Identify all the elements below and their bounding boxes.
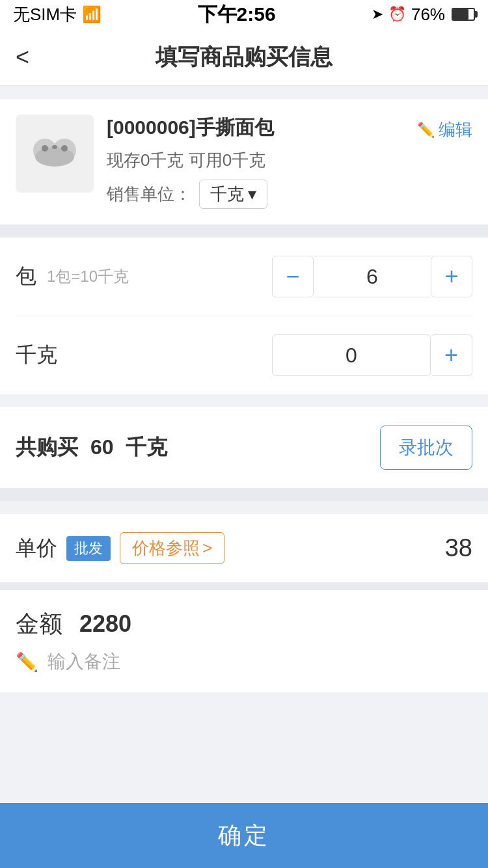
price-reference-button[interactable]: 价格参照 > <box>120 532 224 564</box>
price-value: 38 <box>445 534 472 562</box>
quantity-label-bao: 包 1包=10千克 <box>16 262 129 291</box>
batch-button[interactable]: 录批次 <box>380 426 472 470</box>
svg-point-5 <box>52 145 57 149</box>
decrease-bao-button[interactable]: − <box>272 256 314 297</box>
edit-button[interactable]: ✏️ 编辑 <box>417 118 472 141</box>
notes-placeholder: 输入备注 <box>47 649 120 674</box>
status-left: 无SIM卡 📶 <box>13 3 102 26</box>
location-icon: ➤ <box>372 6 383 23</box>
status-right: ➤ ⏰ 76% <box>372 5 475 25</box>
quantity-section: 包 1包=10千克 − + 千克 + <box>0 237 488 394</box>
amount-notes-section: 金额 2280 ✏️ 输入备注 <box>0 582 488 692</box>
product-thumbnail <box>16 115 94 193</box>
chevron-right-icon: > <box>202 538 212 558</box>
section-divider-2 <box>0 488 488 501</box>
unit-select[interactable]: 千克 ▾ <box>199 180 267 209</box>
price-label: 单价 <box>16 534 57 563</box>
price-left: 单价 批发 价格参照 > <box>16 532 224 564</box>
increase-kg-button[interactable]: + <box>431 334 472 376</box>
svg-point-4 <box>61 145 68 152</box>
dropdown-icon: ▾ <box>248 184 256 204</box>
wifi-icon: 📶 <box>82 5 102 23</box>
battery-icon <box>452 8 475 21</box>
price-tag: 批发 <box>66 536 111 561</box>
quantity-row-kg: 千克 + <box>16 316 472 394</box>
section-divider-1 <box>0 224 488 237</box>
battery-text: 76% <box>411 5 445 25</box>
carrier-text: 无SIM卡 <box>13 3 77 26</box>
quantity-label-kg: 千克 <box>16 341 57 370</box>
product-card: [0000006]手撕面包 现存0千克 可用0千克 销售单位： 千克 ▾ ✏️ … <box>0 99 488 224</box>
alarm-icon: ⏰ <box>388 6 406 23</box>
product-stock: 现存0千克 可用0千克 <box>107 149 472 172</box>
edit-icon: ✏️ <box>417 122 435 139</box>
notes-row[interactable]: ✏️ 输入备注 <box>0 649 488 692</box>
amount-row: 金额 2280 <box>0 590 488 649</box>
pencil-icon: ✏️ <box>16 651 38 673</box>
status-time: 下午2:56 <box>198 1 276 28</box>
increase-bao-button[interactable]: + <box>431 256 472 297</box>
page-title: 填写商品购买信息 <box>156 42 332 72</box>
back-button[interactable]: < <box>16 44 29 71</box>
price-section: 单价 批发 价格参照 > 38 <box>0 514 488 582</box>
quantity-kg-input[interactable] <box>272 334 431 376</box>
total-text: 共购买 60 千克 <box>16 433 167 462</box>
total-section: 共购买 60 千克 录批次 <box>0 407 488 488</box>
quantity-row-bao: 包 1包=10千克 − + <box>16 237 472 316</box>
quantity-bao-input[interactable] <box>314 256 431 297</box>
quantity-control-bao: − + <box>272 256 472 297</box>
quantity-control-kg: + <box>272 334 472 376</box>
nav-bar: < 填写商品购买信息 <box>0 29 488 86</box>
svg-point-2 <box>35 147 74 167</box>
svg-point-3 <box>42 145 48 152</box>
product-unit: 销售单位： 千克 ▾ <box>107 180 472 209</box>
status-bar: 无SIM卡 📶 下午2:56 ➤ ⏰ 76% <box>0 0 488 29</box>
confirm-button[interactable]: 确定 <box>218 820 270 852</box>
confirm-section[interactable]: 确定 <box>0 803 488 868</box>
